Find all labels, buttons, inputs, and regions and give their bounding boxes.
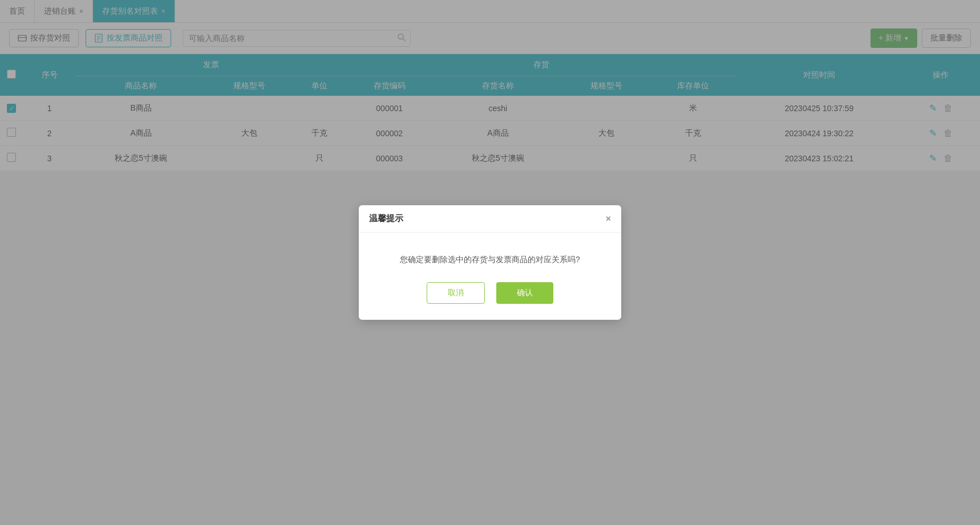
modal-overlay: 温馨提示 × 您确定要删除选中的存货与发票商品的对应关系吗? 取消 确认 — [0, 0, 980, 171]
